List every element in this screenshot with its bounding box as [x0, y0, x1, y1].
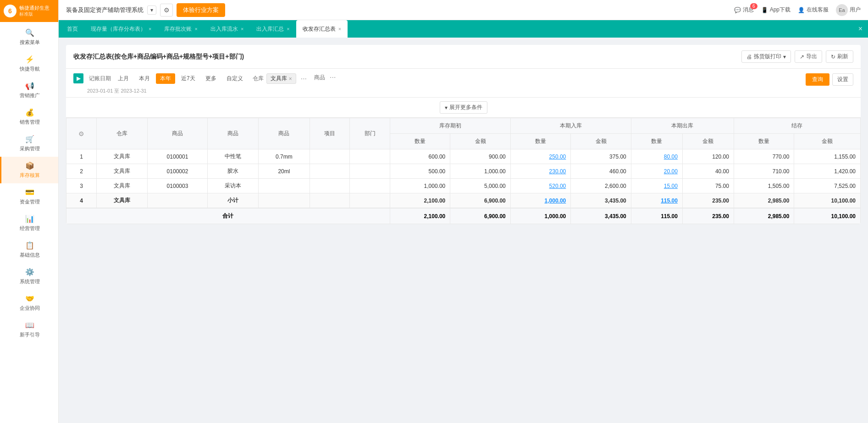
sidebar-item-enterprise[interactable]: 🤝企业协同: [0, 290, 58, 316]
filter-row: ▶ 记账日期 上月本月本年近7天更多自定义 仓库 文具库 × ··· 商品 ··…: [73, 73, 853, 86]
sidebar-item-guide[interactable]: 📖新手引导: [0, 316, 58, 343]
cell-bal-qty: 710.00: [734, 164, 794, 179]
expand-button[interactable]: ▾ 展开更多条件: [440, 101, 487, 114]
sidebar-item-system[interactable]: ⚙️系统管理: [0, 263, 58, 290]
setting-button[interactable]: 设置: [832, 73, 853, 86]
refresh-icon: ↻: [831, 54, 835, 60]
tab-label: 收发存汇总表: [303, 25, 336, 33]
sidebar-item-purchase[interactable]: 🛒采购管理: [0, 130, 58, 157]
goods-dots[interactable]: ···: [328, 73, 337, 82]
online-service-button[interactable]: 👤 在线客服: [798, 6, 829, 14]
sub-init-qty: 数量: [390, 134, 450, 149]
tab-label: 出入库流水: [210, 25, 238, 33]
tab-close-icon[interactable]: ×: [338, 26, 341, 32]
tab-首页[interactable]: 首页: [61, 20, 84, 38]
in-qty-link[interactable]: 230.00: [549, 168, 566, 175]
col-group-bal: 结存: [734, 118, 860, 134]
cell-dept: [350, 193, 390, 209]
cell-init-amt: 5,000.00: [450, 179, 511, 193]
sidebar-item-basic[interactable]: 📋基础信息: [0, 236, 58, 263]
cell-in-amt: 375.00: [571, 149, 631, 164]
filter-actions: 查询 设置: [806, 73, 853, 86]
refresh-button[interactable]: ↻ 刷新: [826, 50, 853, 63]
sidebar-label-quick: 快捷导航: [20, 66, 40, 72]
in-qty-link[interactable]: 250.00: [549, 154, 566, 160]
tab-close-icon[interactable]: ×: [241, 26, 243, 32]
sidebar-label-basic: 基础信息: [20, 252, 40, 258]
filter-arrow[interactable]: ▶: [73, 73, 83, 83]
query-button[interactable]: 查询: [806, 73, 829, 86]
date-btn-本年[interactable]: 本年: [156, 73, 175, 84]
cell-code: 0100002: [147, 164, 208, 179]
quick-icon: ⚡: [25, 55, 34, 64]
warehouse-tag: 文具库 ×: [266, 73, 296, 84]
cell-init-amt: 6,900.00: [450, 193, 511, 209]
cell-in-amt: 2,600.00: [571, 179, 631, 193]
cell-no: 4: [66, 193, 97, 209]
phone-icon: 📱: [761, 7, 768, 13]
message-button[interactable]: 💬 消息 6: [734, 6, 754, 14]
tab-库存批次账[interactable]: 库存批次账×: [158, 20, 204, 38]
cell-name: 胶水: [208, 164, 259, 179]
sidebar-item-quick[interactable]: ⚡快捷导航: [0, 50, 58, 77]
out-qty-link[interactable]: 20.00: [664, 168, 678, 175]
warehouse-dots[interactable]: ···: [299, 75, 309, 83]
in-qty-link[interactable]: 1,000.00: [545, 198, 566, 204]
sidebar-item-search[interactable]: 🔍搜索菜单: [0, 24, 58, 50]
footer-bal-amt: 10,100.00: [794, 208, 861, 224]
date-btn-更多[interactable]: 更多: [201, 73, 221, 84]
tab-现存量（库存分布表）[interactable]: 现存量（库存分布表）×: [84, 20, 158, 38]
sub-out-amt: 金额: [682, 134, 734, 149]
trial-button[interactable]: 体验行业方案: [177, 3, 225, 17]
sidebar-label-enterprise: 企业协同: [20, 305, 40, 312]
print-button[interactable]: 🖨 拣货版打印 ▾: [741, 50, 791, 63]
warehouse-tag-close[interactable]: ×: [289, 76, 292, 82]
sidebar-item-operations[interactable]: 📊经营管理: [0, 210, 58, 236]
tab-close-icon[interactable]: ×: [194, 26, 197, 32]
export-button[interactable]: ↗ 导出: [795, 50, 822, 63]
cell-init-amt: 1,000.00: [450, 164, 511, 179]
sidebar-item-sales[interactable]: 💰销售管理: [0, 104, 58, 130]
date-btn-本月[interactable]: 本月: [135, 73, 154, 84]
message-badge: 6: [750, 3, 757, 9]
cell-out-qty: 80.00: [631, 149, 682, 164]
sub-in-qty: 数量: [510, 134, 571, 149]
sidebar-label-sales: 销售管理: [20, 119, 40, 126]
in-qty-link[interactable]: 520.00: [549, 183, 566, 189]
tab-close-icon[interactable]: ×: [287, 26, 289, 32]
date-label: 记账日期: [89, 75, 111, 82]
out-qty-link[interactable]: 80.00: [664, 154, 678, 160]
cell-out-qty: 15.00: [631, 179, 682, 193]
service-icon: 👤: [798, 7, 805, 13]
cell-dept: [350, 164, 390, 179]
app-download-button[interactable]: 📱 App下载: [761, 6, 791, 14]
sidebar-logo[interactable]: 6 畅捷通好生意 标准版: [0, 0, 58, 22]
settings-icon[interactable]: ⚙: [78, 130, 84, 137]
guide-icon: 📖: [25, 321, 34, 330]
user-button[interactable]: Ea 用户: [836, 4, 861, 16]
tabs-bar: 首页现存量（库存分布表）×库存批次账×出入库流水×出入库汇总×收发存汇总表××: [59, 20, 868, 38]
sidebar-item-marketing[interactable]: 📢营销推广: [0, 77, 58, 104]
sidebar-item-finance[interactable]: 💳资金管理: [0, 183, 58, 210]
date-btn-自定义[interactable]: 自定义: [222, 73, 247, 84]
footer-in-qty: 1,000.00: [510, 208, 571, 224]
tab-收发存汇总表[interactable]: 收发存汇总表×: [296, 20, 348, 38]
tabs-close-all[interactable]: ×: [855, 25, 866, 33]
tab-label: 现存量（库存分布表）: [91, 25, 146, 33]
gear-icon[interactable]: ⚙: [160, 4, 173, 16]
out-qty-link[interactable]: 115.00: [661, 198, 678, 204]
out-qty-link[interactable]: 15.00: [664, 183, 678, 189]
tab-close-icon[interactable]: ×: [149, 26, 151, 32]
table-row: 1 文具库 0100001 中性笔 0.7mm 600.00 900.00 25…: [66, 149, 861, 164]
topbar-right: 💬 消息 6 📱 App下载 👤 在线客服 Ea 用户: [734, 4, 861, 16]
tab-出入库汇总[interactable]: 出入库汇总×: [250, 20, 296, 38]
sidebar-item-inventory[interactable]: 📦库存核算: [0, 157, 58, 183]
warehouse-label: 仓库: [253, 75, 264, 82]
system-dropdown[interactable]: ▾: [147, 5, 156, 15]
sub-init-amt: 金额: [450, 134, 511, 149]
col-dept: 部门: [350, 118, 390, 149]
date-btn-上月[interactable]: 上月: [114, 73, 133, 84]
tab-出入库流水[interactable]: 出入库流水×: [204, 20, 250, 38]
cell-init-qty: 500.00: [390, 164, 450, 179]
date-btn-近7天[interactable]: 近7天: [177, 73, 199, 84]
